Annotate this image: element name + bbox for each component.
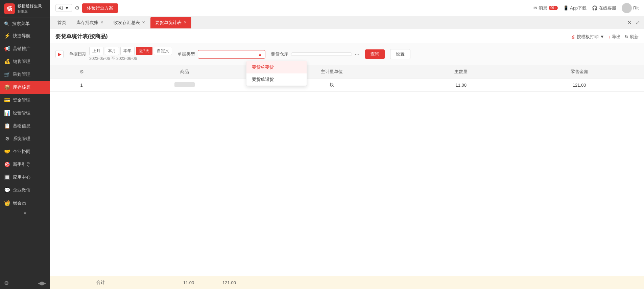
export-btn[interactable]: ↓ 导出 [609,34,621,40]
wechat-label: 企业微信 [13,187,30,193]
sidebar-item-basic[interactable]: 📋 基础信息 [0,119,50,132]
marketing-icon: 📢 [4,46,10,52]
messages-badge: 99+ [549,6,558,10]
logo-name: 畅捷通好生意 [18,4,42,9]
warehouse-input[interactable] [291,52,352,56]
header-settings-icon[interactable]: ⚙ [75,5,79,11]
page-title: 要货单统计表(按商品) [55,33,108,40]
table-settings-icon[interactable]: ⚙ [79,69,84,74]
search-menu[interactable]: 🔍 搜索菜单 [0,18,50,29]
settings-bottom-icon[interactable]: ⚙ [4,280,9,286]
sidebar-item-marketing[interactable]: 📢 营销推广 [0,42,50,55]
warehouse-filter-label: 要货仓库 [271,51,288,57]
tab-label-receivable-summary: 收发存汇总表 [114,20,140,26]
sidebar-scroll-down[interactable]: ▼ [0,209,50,217]
tab-close-receivable-summary[interactable]: ✕ [142,20,145,25]
guide-icon: 🎯 [4,161,10,168]
tab-receivable-summary[interactable]: 收发存汇总表✕ [109,17,150,28]
tab-label-inventory-batch: 库存批次账 [76,20,98,26]
user-name: Rit [633,5,639,10]
sidebar-item-enterprise[interactable]: 🤝 企业协同 [0,145,50,158]
print-label: 按模板打印 [577,34,599,40]
sidebar-item-inventory[interactable]: 📦 库存核算 [0,81,50,94]
filter-warehouse-group: 要货仓库 ··· [271,51,360,58]
tab-bar-actions: ✕ ⤢ [626,19,641,26]
basic-label: 基础信息 [13,123,30,129]
sidebar-item-operation[interactable]: 📊 经营管理 [0,107,50,119]
user-menu[interactable]: Rit [622,3,639,13]
sidebar-item-finance[interactable]: 💳 资金管理 [0,94,50,107]
guide-label: 新手引导 [13,161,30,168]
type-dropdown: 要货单要货要货单退货 [246,61,307,86]
footer-amount: 121.00 [209,280,249,285]
system-icon: ⚙ [4,136,10,142]
date-btn-this-month[interactable]: 本月 [105,47,119,55]
cell-num-0: 1 [50,79,113,92]
page-content: 要货单统计表(按商品) 🖨 按模板打印 ▼ ↓ 导出 ↻ 刷新 ▶ [50,29,644,289]
query-button[interactable]: 查询 [365,49,385,59]
messages-icon: ✉ [533,5,537,10]
footer-label: 合计 [67,280,135,286]
online-service-action[interactable]: 🎧 在线客服 [592,5,616,11]
close-tab-icon[interactable]: ✕ [626,19,633,26]
sidebar-logo: 畅 畅捷通好生意 标准版 [0,0,50,18]
tab-close-inventory-batch[interactable]: ✕ [100,20,103,25]
tab-home[interactable]: 首页 [53,17,71,28]
col-amount: 零售金额 [515,65,644,79]
type-select[interactable]: ▲ [198,50,265,59]
search-icon: 🔍 [4,21,9,26]
sidebar-item-quick-nav[interactable]: ⚡ 快捷导航 [0,29,50,42]
breadcrumb-selector[interactable]: 41 ▼ [55,4,72,12]
refresh-btn[interactable]: ↻ 刷新 [625,34,639,40]
app-download-icon: 📱 [563,5,569,10]
footer-quantity: 11.00 [168,280,209,285]
header-right: ✉ 消息 99+ 📱 App下载 🎧 在线客服 Rit [533,3,639,13]
messages-action[interactable]: ✉ 消息 99+ [533,5,558,11]
sidebar-item-purchase[interactable]: 🛒 采购管理 [0,68,50,81]
col-product: 商品 [113,65,256,79]
filter-more-btn[interactable]: ··· [355,51,360,58]
dropdown-item-order-return[interactable]: 要货单退货 [246,73,307,86]
collapse-sidebar-icon[interactable]: ◀▶ [38,280,46,286]
header-left: 41 ▼ ⚙ 体验行业方案 [55,3,529,13]
sidebar-item-guide[interactable]: 🎯 新手引导 [0,158,50,171]
date-btn-this-year[interactable]: 本年 [120,47,135,55]
tab-close-order-stats[interactable]: ✕ [184,20,187,25]
quick-nav-label: 快捷导航 [13,33,30,39]
print-btn[interactable]: 🖨 按模板打印 ▼ [571,34,604,40]
sales-label: 销售管理 [13,59,30,65]
cell-amount-0: 121.00 [515,79,644,92]
date-btn-custom[interactable]: 自定义 [154,47,172,55]
col-quantity: 主数量 [407,65,515,79]
sidebar-item-sales[interactable]: 💰 销售管理 [0,55,50,68]
dropdown-item-order-goods[interactable]: 要货单要货 [246,61,307,73]
product-placeholder-0 [174,82,195,87]
table-header-row: ⚙ 商品 主计量单位 主数量 零售金额 [50,65,644,79]
online-service-icon: 🎧 [592,5,597,10]
cell-quantity-0: 11.00 [407,79,515,92]
online-service-label: 在线客服 [599,5,616,11]
settings-button[interactable]: 设置 [390,49,410,59]
logo-text-group: 畅捷通好生意 标准版 [18,4,42,14]
app-download-action[interactable]: 📱 App下载 [563,5,587,11]
system-label: 系统管理 [13,136,30,142]
tab-order-stats[interactable]: 要货单统计表✕ [150,17,191,28]
table-row: 1 块 11.00 121.00 [50,79,644,92]
sidebar-item-system[interactable]: ⚙ 系统管理 [0,132,50,145]
sidebar-item-app-center[interactable]: 🔲 应用中心 [0,171,50,184]
logo-icon: 畅 [4,3,15,14]
filter-toggle-btn[interactable]: ▶ [55,50,64,58]
data-table: ⚙ 商品 主计量单位 主数量 零售金额 1 块 11.00 121.00 [50,65,644,92]
date-btn-last-month[interactable]: 上月 [89,47,103,55]
sidebar-item-member[interactable]: 👑 畅会员 [0,197,50,209]
filter-type-group: 单据类型 ▲ [177,50,265,59]
finance-icon: 💳 [4,97,10,103]
operation-label: 经营管理 [13,110,30,116]
tab-inventory-batch[interactable]: 库存批次账✕ [72,17,108,28]
trial-button[interactable]: 体验行业方案 [82,3,118,13]
expand-tab-icon[interactable]: ⤢ [634,19,641,26]
col-settings[interactable]: ⚙ [50,65,113,79]
date-btn-7days[interactable]: 近7天 [136,47,152,55]
quick-nav-icon: ⚡ [4,33,10,39]
sidebar-item-wechat[interactable]: 💬 企业微信 [0,184,50,197]
